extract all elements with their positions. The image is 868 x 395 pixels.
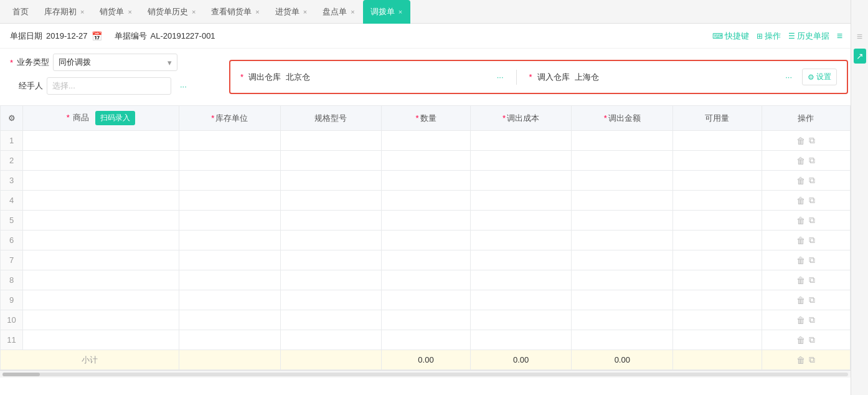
copy-row-1-icon[interactable]: ⧉ [809, 135, 815, 146]
row-2-unit[interactable] [179, 151, 280, 171]
row-8-spec[interactable] [280, 270, 382, 290]
delete-row-1-icon[interactable]: 🗑 [796, 136, 805, 146]
row-9-spec[interactable] [280, 290, 382, 310]
tab-stock-check[interactable]: 盘点单 × [315, 0, 362, 24]
row-6-spec[interactable] [280, 231, 382, 250]
tab-close-sales-order[interactable]: × [128, 8, 131, 16]
row-2-spec[interactable] [280, 151, 382, 171]
tab-transfer-order[interactable]: 调拨单 × [363, 0, 410, 24]
history-button[interactable]: ☰ 历史单据 [788, 31, 829, 42]
copy-row-4-icon[interactable]: ⧉ [809, 195, 815, 206]
delete-row-4-icon[interactable]: 🗑 [796, 196, 805, 206]
delete-row-9-icon[interactable]: 🗑 [796, 295, 805, 305]
tab-purchase-order[interactable]: 进货单 × [268, 0, 315, 24]
layout-list-icon[interactable]: ≡ [837, 31, 842, 42]
row-3-amount[interactable] [572, 171, 673, 191]
row-5-qty[interactable] [382, 211, 470, 231]
row-9-amount[interactable] [572, 290, 673, 310]
row-2-amount[interactable] [572, 151, 673, 171]
row-10-spec[interactable] [280, 310, 382, 330]
row-3-spec[interactable] [280, 171, 382, 191]
row-1-qty[interactable] [382, 131, 470, 151]
tab-close-inventory-init[interactable]: × [80, 8, 84, 16]
row-7-qty[interactable] [382, 250, 470, 270]
row-11-qty[interactable] [382, 330, 470, 350]
tab-view-sales[interactable]: 查看销货单 × [204, 0, 267, 24]
row-2-qty[interactable] [382, 151, 470, 171]
tab-close-purchase-order[interactable]: × [303, 8, 307, 16]
subtotal-delete-icon[interactable]: 🗑 [796, 355, 805, 365]
row-4-qty[interactable] [382, 191, 470, 211]
row-1-amount[interactable] [572, 131, 673, 151]
row-5-amount[interactable] [572, 211, 673, 231]
copy-row-10-icon[interactable]: ⧉ [809, 315, 815, 325]
th-gear[interactable]: ⚙ [1, 106, 23, 131]
row-10-unit[interactable] [179, 310, 280, 330]
row-3-qty[interactable] [382, 171, 470, 191]
row-9-qty[interactable] [382, 290, 470, 310]
scroll-area[interactable] [0, 370, 851, 378]
row-2-cost[interactable] [470, 151, 572, 171]
row-3-product[interactable] [23, 171, 179, 191]
delete-row-6-icon[interactable]: 🗑 [796, 236, 805, 245]
row-6-unit[interactable] [179, 231, 280, 250]
row-7-spec[interactable] [280, 250, 382, 270]
row-2-available[interactable] [673, 151, 762, 171]
row-5-unit[interactable] [179, 211, 280, 231]
copy-row-6-icon[interactable]: ⧉ [809, 235, 815, 245]
tab-inventory-init[interactable]: 库存期初 × [37, 0, 92, 24]
row-10-cost[interactable] [470, 310, 572, 330]
tab-close-stock-check[interactable]: × [351, 8, 354, 16]
copy-row-9-icon[interactable]: ⧉ [809, 295, 815, 305]
row-1-product[interactable] [23, 131, 179, 151]
row-7-product[interactable] [23, 250, 179, 270]
row-8-unit[interactable] [179, 270, 280, 290]
copy-row-7-icon[interactable]: ⧉ [809, 255, 815, 265]
row-9-unit[interactable] [179, 290, 280, 310]
row-9-product[interactable] [23, 290, 179, 310]
row-3-unit[interactable] [179, 171, 280, 191]
row-6-cost[interactable] [470, 231, 572, 250]
row-8-amount[interactable] [572, 270, 673, 290]
row-5-available[interactable] [673, 211, 762, 231]
row-8-product[interactable] [23, 270, 179, 290]
row-10-available[interactable] [673, 310, 762, 330]
handler-more-icon[interactable]: ··· [180, 82, 187, 91]
row-11-cost[interactable] [470, 330, 572, 350]
row-6-product[interactable] [23, 231, 179, 250]
tab-close-sales-history[interactable]: × [192, 8, 196, 16]
row-10-qty[interactable] [382, 310, 470, 330]
row-5-product[interactable] [23, 211, 179, 231]
row-11-available[interactable] [673, 330, 762, 350]
row-11-amount[interactable] [572, 330, 673, 350]
row-10-amount[interactable] [572, 310, 673, 330]
row-5-cost[interactable] [470, 211, 572, 231]
settings-button[interactable]: ⚙ 设置 [802, 69, 837, 85]
row-6-available[interactable] [673, 231, 762, 250]
tab-sales-order[interactable]: 销货单 × [92, 0, 139, 24]
sidebar-list-icon[interactable]: ≡ [857, 31, 862, 42]
delete-row-10-icon[interactable]: 🗑 [796, 315, 805, 325]
row-4-spec[interactable] [280, 191, 382, 211]
row-4-available[interactable] [673, 191, 762, 211]
copy-row-3-icon[interactable]: ⧉ [809, 175, 815, 186]
row-1-unit[interactable] [179, 131, 280, 151]
scan-barcode-button[interactable]: 扫码录入 [95, 111, 135, 125]
row-7-unit[interactable] [179, 250, 280, 270]
row-9-cost[interactable] [470, 290, 572, 310]
tab-close-transfer-order[interactable]: × [399, 8, 402, 16]
delete-row-8-icon[interactable]: 🗑 [796, 275, 805, 285]
row-7-cost[interactable] [470, 250, 572, 270]
shortcuts-button[interactable]: ⌨ 快捷键 [712, 31, 749, 42]
row-1-spec[interactable] [280, 131, 382, 151]
tab-close-view-sales[interactable]: × [255, 8, 259, 16]
sidebar-export-icon[interactable]: ↗ [854, 49, 866, 64]
row-11-product[interactable] [23, 330, 179, 350]
row-11-unit[interactable] [179, 330, 280, 350]
tab-home[interactable]: 首页 [5, 0, 37, 24]
copy-row-11-icon[interactable]: ⧉ [809, 335, 815, 345]
delete-row-7-icon[interactable]: 🗑 [796, 255, 805, 265]
delete-row-2-icon[interactable]: 🗑 [796, 156, 805, 166]
row-7-available[interactable] [673, 250, 762, 270]
row-1-available[interactable] [673, 131, 762, 151]
